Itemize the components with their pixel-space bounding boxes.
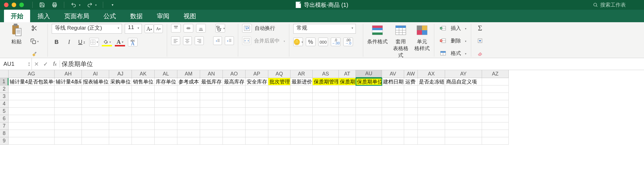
cell-AQ3[interactable] xyxy=(268,93,290,100)
row-header-8[interactable]: 8 xyxy=(0,130,9,137)
cell-AU3[interactable] xyxy=(356,93,382,100)
cell-AL8[interactable] xyxy=(155,130,177,137)
insert-cells-button[interactable] xyxy=(438,24,448,32)
align-bottom-button[interactable] xyxy=(196,24,206,32)
cell-AU5[interactable] xyxy=(356,108,382,115)
cell-AN5[interactable] xyxy=(200,108,223,115)
currency-button[interactable]: 🪙 xyxy=(293,38,303,46)
cell-AJ7[interactable] xyxy=(109,122,132,130)
cell-AJ8[interactable] xyxy=(109,130,132,137)
cell-AM1[interactable]: 参考成本 xyxy=(177,78,200,85)
cell-AI1[interactable]: 报表辅单位 xyxy=(82,78,109,85)
cell-AK1[interactable]: 销售单位 xyxy=(132,78,155,85)
cell-AQ7[interactable] xyxy=(268,122,290,130)
cell-AJ1[interactable]: 采购单位 xyxy=(109,78,132,85)
decrease-indent-button[interactable] xyxy=(213,36,222,45)
cell-AR8[interactable] xyxy=(290,130,313,137)
cell-AV1[interactable]: 建档日期 xyxy=(382,78,404,85)
cell-AR1[interactable]: 最新进价 xyxy=(290,78,313,85)
cell-AH2[interactable] xyxy=(55,85,82,93)
phonetic-guide-button[interactable]: abcA xyxy=(128,38,138,46)
cell-AG1[interactable]: 辅计量4是否包装单位 xyxy=(9,78,55,85)
cell-AP9[interactable] xyxy=(246,137,268,145)
underline-button[interactable]: U xyxy=(77,38,86,46)
cell-AW8[interactable] xyxy=(404,130,418,137)
borders-button[interactable] xyxy=(89,38,99,46)
increase-font-button[interactable]: A▴ xyxy=(145,24,154,33)
cell-AK4[interactable] xyxy=(132,100,155,108)
cell-AU8[interactable] xyxy=(356,130,382,137)
cell-AT6[interactable] xyxy=(339,115,356,122)
cell-AG2[interactable] xyxy=(9,85,55,93)
number-format-combo[interactable]: 常规 xyxy=(293,24,356,34)
cell-AW1[interactable]: 运费 xyxy=(404,78,418,85)
italic-button[interactable]: I xyxy=(64,38,74,46)
copy-button[interactable] xyxy=(30,37,39,46)
row-header-6[interactable]: 6 xyxy=(0,115,9,122)
cell-AG9[interactable] xyxy=(9,137,55,145)
cell-AK9[interactable] xyxy=(132,137,155,145)
accept-formula-button[interactable]: ✓ xyxy=(41,61,50,67)
cell-AP7[interactable] xyxy=(246,122,268,130)
tab-视图[interactable]: 视图 xyxy=(177,10,203,22)
cell-AI7[interactable] xyxy=(82,122,109,130)
tab-数据[interactable]: 数据 xyxy=(123,10,149,22)
cell-AT5[interactable] xyxy=(339,108,356,115)
align-left-button[interactable] xyxy=(171,36,180,45)
cell-AP1[interactable]: 安全库存 xyxy=(246,78,268,85)
cell-AI6[interactable] xyxy=(82,115,109,122)
cell-AW2[interactable] xyxy=(404,85,418,93)
row-header-4[interactable]: 4 xyxy=(0,100,9,108)
minimize-window-icon[interactable] xyxy=(12,3,16,7)
cell-AK2[interactable] xyxy=(132,85,155,93)
cell-AH9[interactable] xyxy=(55,137,82,145)
cell-AZ1[interactable] xyxy=(482,78,509,85)
cell-AZ7[interactable] xyxy=(482,122,509,130)
cell-AY6[interactable] xyxy=(445,115,482,122)
namebox-stepper[interactable]: ▴▾ xyxy=(28,62,30,67)
cell-AY2[interactable] xyxy=(445,85,482,93)
cell-AZ6[interactable] xyxy=(482,115,509,122)
cell-AX4[interactable] xyxy=(418,100,445,108)
cell-AT4[interactable] xyxy=(339,100,356,108)
row-header-7[interactable]: 7 xyxy=(0,122,9,130)
cell-AH4[interactable] xyxy=(55,100,82,108)
cell-AO9[interactable] xyxy=(223,137,246,145)
fx-icon[interactable]: fx xyxy=(50,61,60,67)
cell-AS7[interactable] xyxy=(313,122,339,130)
cell-AW9[interactable] xyxy=(404,137,418,145)
cell-AK5[interactable] xyxy=(132,108,155,115)
wrap-text-button[interactable] xyxy=(242,24,252,32)
align-middle-button[interactable] xyxy=(184,24,193,32)
decrease-font-button[interactable]: A▾ xyxy=(154,24,163,33)
cell-AN7[interactable] xyxy=(200,122,223,130)
cell-AZ5[interactable] xyxy=(482,108,509,115)
cell-AW6[interactable] xyxy=(404,115,418,122)
cell-AI9[interactable] xyxy=(82,137,109,145)
cell-AY8[interactable] xyxy=(445,130,482,137)
cell-AQ9[interactable] xyxy=(268,137,290,145)
cell-AN2[interactable] xyxy=(200,85,223,93)
percent-button[interactable]: % xyxy=(306,38,315,46)
cell-AO3[interactable] xyxy=(223,93,246,100)
cell-AX5[interactable] xyxy=(418,108,445,115)
cell-AG4[interactable] xyxy=(9,100,55,108)
cell-AL6[interactable] xyxy=(155,115,177,122)
align-top-button[interactable] xyxy=(171,24,181,32)
cell-AN6[interactable] xyxy=(200,115,223,122)
row-header-3[interactable]: 3 xyxy=(0,93,9,100)
cell-AY3[interactable] xyxy=(445,93,482,100)
cell-AM7[interactable] xyxy=(177,122,200,130)
undo-icon[interactable] xyxy=(70,2,77,8)
cell-AV6[interactable] xyxy=(382,115,404,122)
cell-AN3[interactable] xyxy=(200,93,223,100)
print-icon[interactable] xyxy=(51,2,58,8)
cell-AQ4[interactable] xyxy=(268,100,290,108)
cell-AM6[interactable] xyxy=(177,115,200,122)
name-box[interactable]: AU1 ▴▾ xyxy=(0,58,32,70)
cell-AJ9[interactable] xyxy=(109,137,132,145)
column-header-AP[interactable]: AP xyxy=(246,70,268,78)
cell-AV7[interactable] xyxy=(382,122,404,130)
cell-AX9[interactable] xyxy=(418,137,445,145)
cell-AH3[interactable] xyxy=(55,93,82,100)
